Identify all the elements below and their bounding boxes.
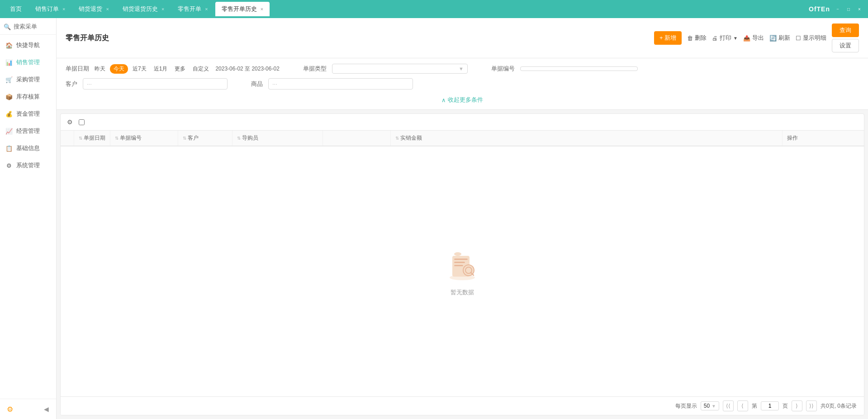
th-salesperson[interactable]: ⇅ 导购员 (232, 131, 323, 146)
print-dropdown-icon: ▼ (733, 36, 738, 41)
prev-page-button[interactable]: ⟨ (737, 400, 748, 411)
type-select[interactable]: ▼ (332, 64, 468, 74)
sidebar-item-system[interactable]: ⚙ 系统管理 (0, 157, 56, 174)
product-filter: 商品 ··· (251, 78, 413, 89)
customer-input[interactable]: ··· (83, 78, 228, 89)
top-nav-bar: 首页 销售订单 × 销货退货 × 销货退货历史 × 零售开单 × 零售开单历史 … (0, 0, 868, 18)
page-size-select[interactable]: 50 ▼ (701, 401, 719, 410)
new-button[interactable]: + 新增 (654, 31, 682, 45)
collapse-row: ∧ 收起更多条件 (66, 94, 859, 104)
next-page-button[interactable]: ⟩ (792, 400, 802, 411)
th-customer[interactable]: ⇅ 客户 (178, 131, 232, 146)
number-filter: 单据编号 (491, 65, 638, 73)
th-number-label: 单据编号 (120, 134, 142, 142)
first-page-button[interactable]: ⟨⟨ (723, 400, 734, 411)
close-return-history-icon[interactable]: × (161, 6, 164, 12)
tab-retail-open-history[interactable]: 零售开单历史 × (215, 2, 270, 16)
refresh-button[interactable]: 🔄 刷新 (769, 34, 790, 42)
th-date[interactable]: ⇅ 单据日期 (74, 131, 110, 146)
table-body: 暂无数据 (61, 146, 864, 396)
th-number[interactable]: ⇅ 单据编号 (110, 131, 178, 146)
type-filter-label: 单据类型 (303, 65, 327, 73)
type-select-arrow: ▼ (459, 66, 464, 71)
select-all-checkbox[interactable] (79, 119, 85, 125)
sidebar-item-inventory-label: 库存核算 (16, 93, 40, 101)
query-button[interactable]: 查询 (832, 24, 859, 37)
delete-button[interactable]: 🗑 删除 (687, 34, 707, 42)
date-filter: 单据日期 昨天 今天 近7天 近1月 更多 自定义 2023-06-02 至 2… (66, 64, 280, 74)
tab-sales-return-history[interactable]: 销货退货历史 × (116, 2, 171, 16)
finance-icon: 💰 (5, 110, 13, 118)
refresh-icon: 🔄 (769, 35, 777, 42)
print-icon: 🖨 (712, 35, 718, 42)
product-filter-label: 商品 (251, 80, 263, 88)
sidebar-search-label: 搜索采单 (14, 23, 37, 31)
date-btn-today[interactable]: 今天 (110, 64, 128, 74)
close-sales-return-icon[interactable]: × (106, 6, 109, 12)
home-icon: 🏠 (5, 42, 13, 49)
sidebar-item-purchase-mgmt[interactable]: 🛒 采购管理 (0, 71, 56, 88)
export-button[interactable]: 📤 导出 (743, 34, 764, 42)
sidebar-search[interactable]: 🔍 搜索采单 (0, 18, 56, 35)
collapse-label: 收起更多条件 (448, 96, 483, 104)
delete-label: 删除 (695, 34, 707, 42)
tab-home[interactable]: 首页 (4, 2, 28, 16)
tab-retail-open-history-label: 零售开单历史 (222, 5, 257, 13)
sidebar-item-finance[interactable]: 💰 资金管理 (0, 105, 56, 122)
date-btn-custom[interactable]: 自定义 (190, 64, 212, 74)
sidebar-item-sales-mgmt[interactable]: 📊 销售管理 (0, 54, 56, 71)
print-button[interactable]: 🖨 打印 ▼ (712, 34, 738, 42)
th-empty-col (323, 131, 391, 146)
sidebar-items: 🏠 快捷导航 📊 销售管理 🛒 采购管理 📦 库存核算 💰 资金管理 📈 (0, 35, 56, 399)
sort-amount-icon: ⇅ (395, 136, 399, 141)
minimize-button[interactable]: － (835, 6, 841, 12)
close-sales-order-icon[interactable]: × (62, 6, 65, 12)
settings-button[interactable]: 设置 (832, 39, 859, 52)
collapse-sidebar-icon[interactable]: ◀ (40, 403, 52, 415)
tab-sales-return[interactable]: 销货退货 × (72, 2, 115, 16)
number-input[interactable] (520, 66, 638, 71)
sidebar-item-quick-nav-label: 快捷导航 (16, 41, 40, 49)
sort-number-icon: ⇅ (115, 136, 119, 141)
content-area: 零售开单历史 + 新增 🗑 删除 🖨 打印 ▼ 📤 导出 🔄 (57, 18, 868, 419)
sort-salesperson-icon: ⇅ (237, 136, 241, 141)
tab-retail-open[interactable]: 零售开单 × (171, 2, 214, 16)
sales-icon: 📊 (5, 59, 13, 66)
collapse-button[interactable]: ∧ 收起更多条件 (441, 94, 483, 104)
close-retail-open-history-icon[interactable]: × (261, 6, 263, 12)
th-amount[interactable]: ⇅ 实销金额 (391, 131, 783, 146)
type-filter: 单据类型 ▼ (303, 64, 468, 74)
tab-home-label: 首页 (10, 5, 22, 13)
sidebar-item-basic-info-label: 基础信息 (16, 144, 40, 152)
product-input[interactable]: ··· (268, 78, 413, 89)
product-dots: ··· (272, 80, 277, 87)
sidebar-item-quick-nav[interactable]: 🏠 快捷导航 (0, 37, 56, 54)
sidebar-item-inventory[interactable]: 📦 库存核算 (0, 88, 56, 105)
sidebar: 🔍 搜索采单 🏠 快捷导航 📊 销售管理 🛒 采购管理 📦 库存核算 💰 (0, 18, 57, 419)
last-page-button[interactable]: ⟩⟩ (806, 400, 817, 411)
date-btn-7days[interactable]: 近7天 (130, 64, 149, 74)
maximize-button[interactable]: □ (845, 6, 852, 12)
date-btn-more[interactable]: 更多 (172, 64, 188, 74)
sidebar-item-basic-info[interactable]: 📋 基础信息 (0, 140, 56, 157)
settings-bottom-icon[interactable]: ⚙ (4, 403, 16, 415)
display-button[interactable]: ☐ 显示明细 (796, 34, 826, 42)
date-btn-yesterday[interactable]: 昨天 (92, 64, 108, 74)
close-button[interactable]: × (856, 6, 863, 12)
page-header: 零售开单历史 + 新增 🗑 删除 🖨 打印 ▼ 📤 导出 🔄 (57, 18, 868, 58)
tab-sales-order[interactable]: 销售订单 × (29, 2, 71, 16)
date-btn-1month[interactable]: 近1月 (151, 64, 171, 74)
display-checkbox-icon: ☐ (796, 35, 801, 42)
table-toolbar: ⚙ (61, 114, 864, 131)
customer-dots: ··· (87, 80, 92, 87)
sidebar-item-finance-label: 资金管理 (16, 110, 40, 118)
refresh-label: 刷新 (778, 34, 790, 42)
brand-text: OfTEn (809, 5, 830, 13)
sidebar-item-operations[interactable]: 📈 经营管理 (0, 122, 56, 140)
sort-customer-icon: ⇅ (183, 136, 186, 141)
page-number-input[interactable]: 1 (761, 401, 779, 410)
delete-icon: 🗑 (687, 35, 693, 42)
table-settings-icon[interactable]: ⚙ (64, 117, 75, 127)
close-retail-open-icon[interactable]: × (205, 6, 208, 12)
table-header: ⇅ 单据日期 ⇅ 单据编号 ⇅ 客户 ⇅ 导购员 ⇅ 实销 (61, 131, 864, 146)
